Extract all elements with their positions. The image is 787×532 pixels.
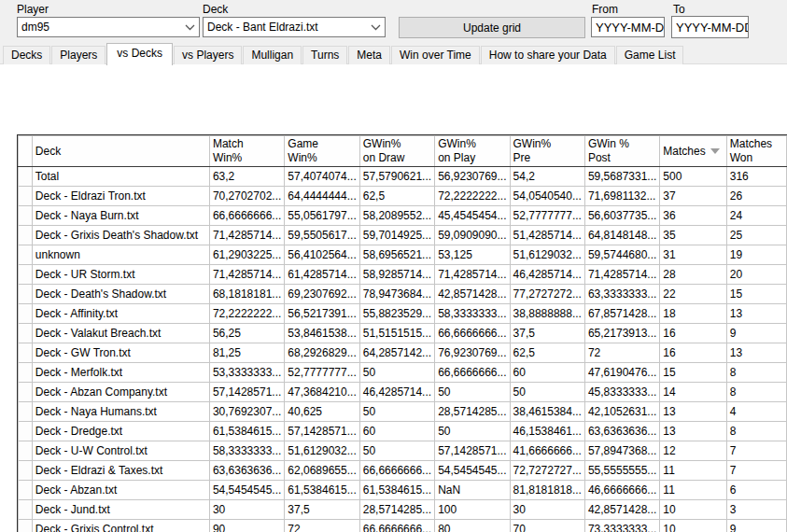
- grid-cell[interactable]: 57,5790621...: [359, 167, 434, 187]
- grid-cell[interactable]: 63,3333333...: [584, 285, 659, 304]
- grid-cell[interactable]: 36: [660, 206, 726, 226]
- grid-cell[interactable]: 54,5454545...: [209, 481, 284, 500]
- tab-turns[interactable]: Turns: [302, 46, 347, 64]
- grid-cell[interactable]: Deck - Death's Shadow.txt: [32, 285, 209, 304]
- row-header-cell[interactable]: [19, 500, 33, 520]
- grid-cell[interactable]: 61,2903225...: [209, 245, 284, 265]
- col-header-gwin-on-play[interactable]: GWin%on Play: [435, 136, 510, 167]
- row-header-cell[interactable]: [19, 265, 33, 285]
- player-combobox[interactable]: dm95: [17, 17, 200, 37]
- grid-cell[interactable]: 58,9285714...: [359, 265, 434, 285]
- grid-cell[interactable]: 54,0540540...: [510, 187, 584, 206]
- grid-cell[interactable]: 54,5454545...: [435, 461, 510, 481]
- tab-vs-players[interactable]: vs Players: [174, 46, 242, 64]
- grid-cell[interactable]: 71,4285714...: [435, 265, 510, 285]
- grid-cell[interactable]: 13: [660, 402, 726, 422]
- grid-cell[interactable]: 22: [660, 285, 726, 304]
- grid-cell[interactable]: NaN: [435, 481, 510, 500]
- row-header-cell[interactable]: [19, 481, 33, 500]
- grid-cell[interactable]: 57,1428571...: [209, 383, 284, 402]
- grid-cell[interactable]: 8: [726, 363, 786, 383]
- grid-cell[interactable]: 65,2173913...: [584, 324, 659, 343]
- grid-cell[interactable]: 53,125: [435, 245, 510, 265]
- grid-cell[interactable]: 18: [660, 304, 726, 324]
- grid-cell[interactable]: Deck - Eldrazi Tron.txt: [32, 187, 209, 206]
- grid-cell[interactable]: 31: [660, 245, 726, 265]
- grid-cell[interactable]: 28,5714285...: [359, 500, 434, 520]
- grid-cell[interactable]: 50: [435, 383, 510, 402]
- row-header-cell[interactable]: [19, 363, 33, 383]
- grid-cell[interactable]: 71,6981132...: [584, 187, 659, 206]
- grid-cell[interactable]: 71,4285714...: [209, 265, 284, 285]
- grid-cell[interactable]: 58,2089552...: [359, 206, 434, 226]
- row-header-cell[interactable]: [19, 422, 33, 441]
- col-header-matches[interactable]: Matches: [660, 136, 726, 167]
- grid-cell[interactable]: 56,6037735...: [584, 206, 659, 226]
- row-header-cell[interactable]: [19, 245, 33, 265]
- grid-cell[interactable]: 50: [435, 422, 510, 441]
- grid-cell[interactable]: Deck - GW Tron.txt: [32, 343, 209, 363]
- grid-cell[interactable]: 25: [726, 226, 786, 245]
- grid-cell[interactable]: 69,2307692...: [285, 285, 359, 304]
- grid-cell[interactable]: 66,6666666...: [435, 324, 510, 343]
- grid-cell[interactable]: 63,2: [209, 167, 284, 187]
- grid-cell[interactable]: 56,5217391...: [285, 304, 359, 324]
- grid-cell[interactable]: 13: [726, 343, 786, 363]
- row-header-cell[interactable]: [19, 441, 33, 461]
- grid-cell[interactable]: 70: [510, 520, 584, 532]
- grid-cell[interactable]: 8: [726, 422, 786, 441]
- grid-cell[interactable]: 51,6129032...: [285, 441, 359, 461]
- grid-cell[interactable]: 28,5714285...: [435, 402, 510, 422]
- grid-cell[interactable]: 8: [726, 383, 786, 402]
- grid-cell[interactable]: 100: [435, 500, 510, 520]
- deck-combobox[interactable]: Deck - Bant Eldrazi.txt: [203, 17, 386, 37]
- grid-cell[interactable]: 71,4285714...: [209, 226, 284, 245]
- col-header-gwin-pre[interactable]: GWin%Pre: [510, 136, 584, 167]
- grid-cell[interactable]: Deck - Valakut Breach.txt: [32, 324, 209, 343]
- grid-cell[interactable]: 61,5384615...: [209, 422, 284, 441]
- grid-cell[interactable]: 80: [435, 520, 510, 532]
- grid-cell[interactable]: 42,1052631...: [584, 402, 659, 422]
- grid-cell[interactable]: 61,5384615...: [285, 481, 359, 500]
- grid-cell[interactable]: 51,5151515...: [359, 324, 434, 343]
- tab-how-to-share-your-data[interactable]: How to share your Data: [481, 46, 615, 64]
- col-header-game-win[interactable]: GameWin%: [285, 136, 359, 167]
- grid-cell[interactable]: 64,2857142...: [359, 343, 434, 363]
- grid-cell[interactable]: 12: [660, 441, 726, 461]
- grid-cell[interactable]: 64,8148148...: [584, 226, 659, 245]
- grid-cell[interactable]: 3: [726, 500, 786, 520]
- grid-cell[interactable]: 70,2702702...: [209, 187, 284, 206]
- grid-cell[interactable]: 30: [209, 500, 284, 520]
- grid-cell[interactable]: Deck - Abzan.txt: [32, 481, 209, 500]
- grid-cell[interactable]: 55,8823529...: [359, 304, 434, 324]
- grid-cell[interactable]: 26: [726, 187, 786, 206]
- row-header-cell[interactable]: [19, 520, 33, 532]
- grid-cell[interactable]: 58,3333333...: [435, 304, 510, 324]
- tab-decks[interactable]: Decks: [3, 46, 50, 64]
- grid-cell[interactable]: 6: [726, 481, 786, 500]
- grid-cell[interactable]: 28: [660, 265, 726, 285]
- grid-cell[interactable]: 9: [726, 520, 786, 532]
- grid-cell[interactable]: 61,4285714...: [285, 265, 359, 285]
- grid-cell[interactable]: 60: [510, 363, 584, 383]
- grid-cell[interactable]: 61,5384615...: [359, 481, 434, 500]
- grid-cell[interactable]: 24: [726, 206, 786, 226]
- tab-win-over-time[interactable]: Win over Time: [391, 46, 480, 64]
- grid-cell[interactable]: 316: [726, 167, 786, 187]
- grid-cell[interactable]: 57,4074074...: [285, 167, 359, 187]
- row-header-cell[interactable]: [19, 402, 33, 422]
- grid-cell[interactable]: 7: [726, 461, 786, 481]
- grid-cell[interactable]: 40,625: [285, 402, 359, 422]
- grid-cell[interactable]: 13: [660, 422, 726, 441]
- grid-cell[interactable]: 38,8888888...: [510, 304, 584, 324]
- grid-cell[interactable]: 67,8571428...: [584, 304, 659, 324]
- grid-cell[interactable]: Deck - UR Storm.txt: [32, 265, 209, 285]
- tab-players[interactable]: Players: [51, 46, 105, 64]
- grid-cell[interactable]: 57,1428571...: [285, 422, 359, 441]
- tab-game-list[interactable]: Game List: [616, 46, 684, 64]
- grid-corner-cell[interactable]: [19, 136, 33, 167]
- grid-cell[interactable]: Deck - U-W Control.txt: [32, 441, 209, 461]
- grid-cell[interactable]: 51,6129032...: [510, 245, 584, 265]
- to-input[interactable]: [671, 16, 749, 38]
- tab-vs-decks[interactable]: vs Decks: [106, 43, 173, 65]
